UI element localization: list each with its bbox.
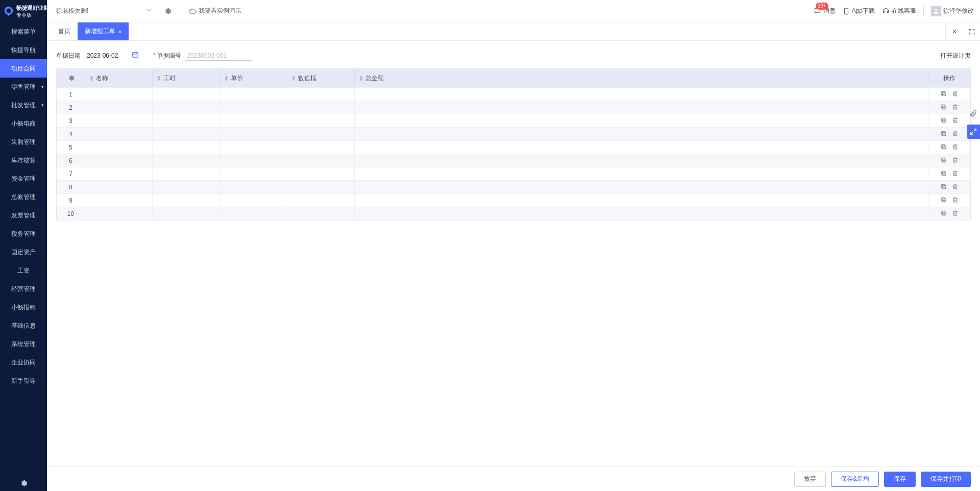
cell-total[interactable] [355,101,928,114]
cell-price[interactable] [220,101,287,114]
cell-price[interactable] [220,194,287,207]
sidebar-item-15[interactable]: 小畅报销 [0,298,47,316]
date-input[interactable]: 2023-06-02 [85,50,141,61]
cell-time[interactable] [153,167,220,180]
cell-time[interactable] [153,101,220,114]
cell-num[interactable] [287,101,355,114]
copy-row-button[interactable] [940,143,947,152]
cell-name[interactable] [85,114,153,127]
delete-row-button[interactable] [952,130,959,138]
sidebar-item-7[interactable]: 库存核算 [0,151,47,169]
cell-time[interactable] [153,194,220,207]
sidebar-item-19[interactable]: 新手引导 [0,372,47,390]
cell-total[interactable] [355,154,928,167]
sidebar-item-3[interactable]: 零售管理▾ [0,78,47,96]
copy-row-button[interactable] [940,130,947,138]
copy-row-button[interactable] [940,104,947,112]
column-header-time[interactable]: ▲▼工时 [153,69,220,87]
messages-button[interactable]: 消息 99+ [814,7,836,15]
save-and-print-button[interactable]: 保存并打印 [921,472,971,487]
cell-price[interactable] [220,181,287,193]
sidebar-item-17[interactable]: 系统管理 [0,335,47,353]
cell-price[interactable] [220,154,287,167]
sidebar-item-4[interactable]: 批发管理▾ [0,96,47,114]
cell-time[interactable] [153,207,220,220]
cell-num[interactable] [287,194,355,207]
close-all-tabs-button[interactable]: ✕ [945,22,963,40]
cell-price[interactable] [220,128,287,140]
copy-row-button[interactable] [940,117,947,125]
sidebar-settings[interactable] [0,476,47,491]
sidebar-item-8[interactable]: 资金管理 [0,169,47,188]
code-input[interactable]: 20230602-001 [185,51,252,61]
sidebar-item-5[interactable]: 小畅电商 [0,114,47,133]
sidebar-item-6[interactable]: 采购管理 [0,133,47,151]
copy-row-button[interactable] [940,157,947,165]
cell-name[interactable] [85,101,153,114]
tab-1[interactable]: 新增报工单× [78,22,129,40]
cell-name[interactable] [85,128,153,140]
customer-service-button[interactable]: 在线客服 [882,7,916,15]
copy-row-button[interactable] [940,90,947,99]
app-download-button[interactable]: App下载 [843,7,875,15]
demo-link[interactable]: 我要看实例演示 [188,7,241,15]
cell-price[interactable] [220,88,287,101]
sidebar-item-16[interactable]: 基础信息 [0,316,47,335]
column-header-name[interactable]: ▲▼名称 [85,69,153,87]
cell-name[interactable] [85,88,153,101]
cell-time[interactable] [153,88,220,101]
user-menu[interactable]: 徐泽华修改 [931,6,974,16]
cell-num[interactable] [287,167,355,180]
cell-total[interactable] [355,141,928,154]
cell-price[interactable] [220,141,287,154]
cell-total[interactable] [355,167,928,180]
org-selector[interactable]: 徐老板勿删! ﹀ [53,4,155,18]
sidebar-item-18[interactable]: 企业协同 [0,353,47,372]
fullscreen-button[interactable] [963,22,980,40]
cell-name[interactable] [85,167,153,180]
sidebar-item-2[interactable]: 项目合同 [0,59,47,78]
copy-row-button[interactable] [940,170,947,178]
design-link[interactable]: 打开设计页 [940,52,971,60]
copy-row-button[interactable] [940,197,947,205]
cell-name[interactable] [85,154,153,167]
cell-total[interactable] [355,181,928,193]
cell-num[interactable] [287,88,355,101]
save-button[interactable]: 保存 [884,472,916,487]
delete-row-button[interactable] [952,210,959,218]
delete-row-button[interactable] [952,143,959,152]
delete-row-button[interactable] [952,104,959,112]
cell-price[interactable] [220,167,287,180]
sidebar-item-11[interactable]: 税务管理 [0,225,47,243]
cell-num[interactable] [287,114,355,127]
delete-row-button[interactable] [952,197,959,205]
sidebar-item-12[interactable]: 固定资产 [0,243,47,261]
expand-widget[interactable] [967,125,980,139]
cell-num[interactable] [287,141,355,154]
column-settings[interactable] [57,69,85,87]
cell-total[interactable] [355,114,928,127]
attachment-widget[interactable] [967,106,980,120]
column-header-num[interactable]: ▲▼数值框 [287,69,355,87]
discard-button[interactable]: 放弃 [794,472,826,487]
cell-time[interactable] [153,128,220,140]
cell-total[interactable] [355,194,928,207]
cell-num[interactable] [287,181,355,193]
delete-row-button[interactable] [952,90,959,99]
cell-total[interactable] [355,128,928,140]
close-tab-icon[interactable]: × [118,29,121,35]
sidebar-item-14[interactable]: 经营管理 [0,280,47,298]
sidebar-item-1[interactable]: 快捷导航 [0,41,47,59]
save-and-new-button[interactable]: 保存&新增 [831,472,879,487]
copy-row-button[interactable] [940,183,947,191]
cell-num[interactable] [287,128,355,140]
sidebar-item-0[interactable]: 搜索菜单 [0,22,47,41]
cell-price[interactable] [220,207,287,220]
cell-time[interactable] [153,181,220,193]
cell-time[interactable] [153,154,220,167]
column-header-total[interactable]: ▲▼总金额 [355,69,928,87]
cell-price[interactable] [220,114,287,127]
delete-row-button[interactable] [952,117,959,125]
cell-time[interactable] [153,114,220,127]
settings-button[interactable] [161,5,174,17]
